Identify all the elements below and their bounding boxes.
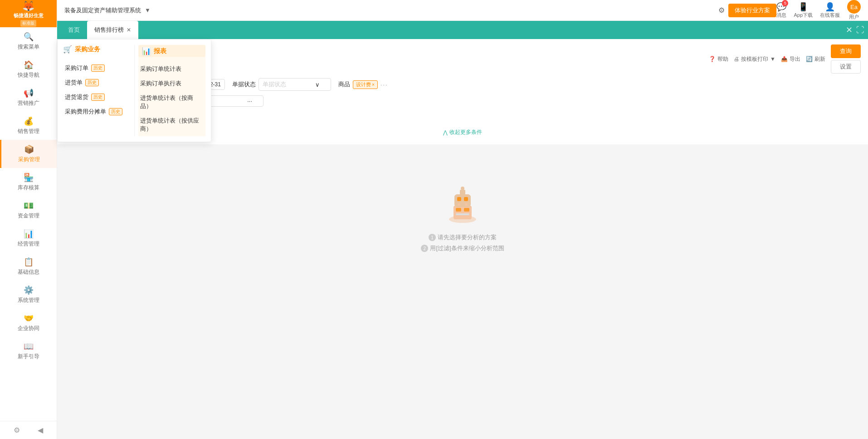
print-action[interactable]: 🖨 按模板打印 ▼ (734, 55, 775, 63)
sidebar-nav: 🔍 搜索菜单 🏠 快捷导航 📢 营销推广 💰 销售管理 📦 采购管理 (0, 27, 57, 421)
sidebar-item-marketing[interactable]: 📢 营销推广 (0, 84, 57, 112)
menu-item-stock-return[interactable]: 进货退货 历史 (63, 90, 131, 104)
goods-label: 商品 (338, 80, 350, 89)
stock-in-history[interactable]: 历史 (85, 79, 99, 86)
print-icon: 🖨 (734, 56, 739, 62)
sidebar-item-label: 搜索菜单 (18, 43, 39, 51)
export-icon: 📤 (781, 56, 788, 62)
menu-item-stock-stats-supplier[interactable]: 进货单统计表（按供应商） (138, 113, 206, 136)
sidebar-settings-btn[interactable]: ⚙ (14, 426, 20, 434)
stock-return-history[interactable]: 历史 (91, 94, 105, 101)
refresh-action[interactable]: 🔄 刷新 (806, 55, 825, 63)
inventory-icon: 🏪 (24, 173, 34, 183)
sidebar-item-search[interactable]: 🔍 搜索菜单 (0, 27, 57, 55)
purchase-order-history[interactable]: 历史 (91, 64, 105, 72)
sidebar-item-operations[interactable]: 📊 经营管理 (0, 224, 57, 252)
tab-home-label: 首页 (68, 26, 80, 34)
svg-rect-1 (454, 206, 472, 219)
menu-item-purchase-expense[interactable]: 采购费用分摊单 历史 (63, 104, 131, 119)
tab-home[interactable]: 首页 (61, 21, 87, 39)
sidebar-item-quick-nav[interactable]: 🏠 快捷导航 (0, 55, 57, 84)
sidebar-item-label: 系统管理 (18, 296, 39, 304)
voucher-status-select[interactable]: 单据状态 ∨ (258, 78, 331, 91)
system-dropdown-icon[interactable]: ▼ (145, 7, 151, 14)
goods-tag-close[interactable]: × (372, 82, 375, 87)
basic-icon: 📋 (24, 257, 34, 267)
svg-point-11 (461, 187, 464, 190)
app-download-action[interactable]: 📱 App下载 (794, 2, 813, 19)
menu-item-order-exec[interactable]: 采购订单执行表 (138, 76, 206, 91)
sidebar-item-guide[interactable]: 📖 新手引导 (0, 337, 57, 365)
empty-robot-svg (440, 181, 485, 226)
tab-bar: 首页 销售排行榜 ✕ ✕ ⛶ (57, 21, 868, 39)
sidebar-item-inventory[interactable]: 🏪 库存核算 (0, 168, 57, 196)
goods-tag[interactable]: 设计费 × (353, 80, 378, 89)
stock-in-label: 进货单 (65, 79, 83, 87)
guide-icon: 📖 (24, 341, 34, 351)
menu-item-stock-stats-goods[interactable]: 进货单统计表（按商品） (138, 91, 206, 113)
report-col-label: 报表 (154, 47, 166, 55)
svg-rect-2 (456, 208, 461, 212)
app-logo: 🦊 畅捷通好生意 标准版 (0, 0, 57, 27)
settings-button[interactable]: 设置 (831, 60, 861, 74)
goods-filter: 商品 设计费 × ··· (338, 80, 388, 89)
sidebar-item-finance[interactable]: 💵 资金管理 (0, 196, 57, 224)
sidebar-collapse-btn[interactable]: ◀ (38, 426, 43, 434)
query-button[interactable]: 查询 (831, 44, 861, 58)
messages-action[interactable]: 💬 消息 5 (776, 2, 786, 19)
dropdown-divider (134, 45, 135, 136)
industry-btn[interactable]: 体验行业方案 (728, 4, 776, 17)
sidebar-item-label: 快捷导航 (18, 71, 39, 79)
app-download-label: App下载 (794, 12, 813, 19)
purchase-col: 🛒 采购业务 采购订单 历史 进货单 历史 进货退货 历史 采购费用分摊单 历史 (63, 45, 131, 136)
enterprise-icon: 🤝 (24, 313, 34, 323)
user-action[interactable]: Ea 用户 (847, 0, 861, 20)
purchase-col-title: 🛒 采购业务 (63, 45, 131, 56)
sidebar-item-system[interactable]: ⚙️ 系统管理 (0, 281, 57, 309)
sidebar-item-sales[interactable]: 💰 销售管理 (0, 112, 57, 140)
purchase-order-label: 采购订单 (65, 64, 88, 72)
menu-item-purchase-order[interactable]: 采购订单 历史 (63, 61, 131, 75)
goods-filter-dots[interactable]: ··· (380, 81, 388, 88)
menu-item-stock-in[interactable]: 进货单 历史 (63, 75, 131, 90)
sidebar-item-enterprise[interactable]: 🤝 企业协同 (0, 309, 57, 337)
export-action[interactable]: 📤 导出 (781, 55, 800, 63)
collapse-up-icon: ⋀ (443, 129, 448, 136)
refresh-icon: 🔄 (806, 56, 813, 62)
tab-close-icon[interactable]: ✕ (127, 27, 131, 33)
svg-rect-4 (456, 213, 469, 215)
online-service-action[interactable]: 👤 在线客服 (820, 2, 840, 19)
service-icon: 👤 (825, 2, 835, 12)
sidebar-item-label: 新手引导 (18, 353, 39, 360)
user-label: 用户 (849, 14, 859, 20)
svg-rect-6 (457, 197, 461, 201)
phone-icon: 📱 (798, 2, 808, 12)
goods-tag-text: 设计费 (356, 81, 371, 88)
empty-state-image (440, 181, 485, 226)
voucher-status-label: 单据状态 (232, 80, 256, 89)
hint-text-2: 用[过滤]条件来缩小分析范围 (430, 244, 504, 252)
settings-icon[interactable]: ⚙ (718, 6, 725, 15)
sidebar: 🦊 畅捷通好生意 标准版 🔍 搜索菜单 🏠 快捷导航 📢 营销推广 💰 (0, 0, 57, 439)
avatar-text: Ea (850, 4, 858, 10)
dropdown-cols: 🛒 采购业务 采购订单 历史 进货单 历史 进货退货 历史 采购费用分摊单 历史 (63, 45, 205, 136)
sidebar-item-basic[interactable]: 📋 基础信息 (0, 252, 57, 281)
empty-hint-2: 2 用[过滤]条件来缩小分析范围 (421, 244, 504, 252)
sidebar-item-label: 营销推广 (18, 99, 39, 107)
purchase-expense-history[interactable]: 历史 (109, 108, 122, 115)
help-action[interactable]: ❓ 帮助 (709, 55, 728, 63)
purchase-dropdown-menu: 🛒 采购业务 采购订单 历史 进货单 历史 进货退货 历史 采购费用分摊单 历史 (57, 39, 211, 142)
svg-rect-7 (464, 197, 468, 201)
tab-close-all-icon[interactable]: ✕ (846, 25, 853, 35)
sidebar-item-purchase[interactable]: 📦 采购管理 (0, 140, 57, 168)
menu-item-order-stats[interactable]: 采购订单统计表 (138, 62, 206, 76)
app-tag: 标准版 (20, 20, 36, 27)
avatar[interactable]: Ea (847, 0, 861, 14)
report-col-icon: 📊 (142, 47, 151, 55)
finance-icon: 💵 (24, 201, 34, 211)
tab-sales-rank[interactable]: 销售排行榜 ✕ (87, 21, 138, 39)
svg-rect-3 (464, 208, 469, 212)
tab-expand-icon[interactable]: ⛶ (856, 25, 864, 35)
tab-sales-rank-label: 销售排行榜 (94, 26, 124, 34)
operations-icon: 📊 (24, 229, 34, 239)
